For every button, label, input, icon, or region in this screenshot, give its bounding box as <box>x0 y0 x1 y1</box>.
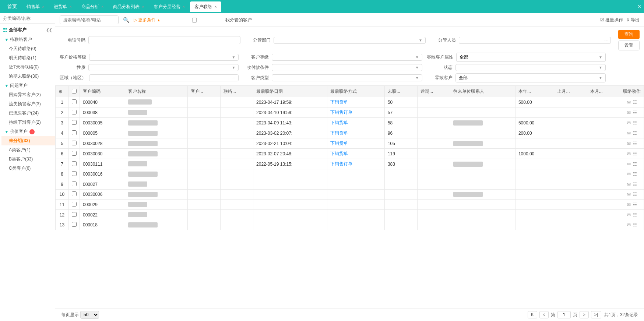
my-customers-check-input[interactable] <box>165 18 224 22</box>
row-checkbox[interactable] <box>72 110 77 114</box>
search-input[interactable] <box>60 15 119 24</box>
cell-check[interactable] <box>69 138 80 149</box>
cell-check[interactable] <box>69 97 80 107</box>
row-checkbox[interactable] <box>72 141 77 145</box>
select-nature[interactable]: ▼ <box>88 64 239 71</box>
prev-page-button[interactable]: < <box>539 311 549 318</box>
message-icon[interactable]: ✉ <box>627 192 631 197</box>
more-conditions-button[interactable]: ▷ 更多条件 ▲ <box>134 17 161 23</box>
message-icon[interactable]: ✉ <box>627 222 631 227</box>
sidebar-lost-customers[interactable]: 已流失客户(24) <box>1 109 55 118</box>
grid-action-icon[interactable]: ☷ <box>633 120 637 126</box>
th-check[interactable] <box>69 86 80 97</box>
cell-check[interactable] <box>69 210 80 220</box>
grid-action-icon[interactable]: ☷ <box>633 141 637 146</box>
export-button[interactable]: ⇩ 导出 <box>626 17 640 23</box>
row-checkbox[interactable] <box>72 161 77 166</box>
sidebar-group-a[interactable]: A类客户(1) <box>1 145 55 155</box>
message-icon[interactable]: ✉ <box>627 182 631 187</box>
nav-home[interactable]: 首页 <box>3 1 21 12</box>
select-all-checkbox[interactable] <box>72 89 77 94</box>
cell-check[interactable] <box>69 149 80 159</box>
sidebar-abnormal-repurchase[interactable]: 回购异常客户(2) <box>1 90 55 99</box>
select-manager[interactable]: ··· <box>459 37 611 44</box>
grid-action-icon[interactable]: ☷ <box>633 162 637 167</box>
row-checkbox[interactable] <box>72 181 77 186</box>
message-icon[interactable]: ✉ <box>627 110 631 115</box>
sidebar-ungroup[interactable]: 未分组(32) <box>1 136 55 145</box>
query-button[interactable]: 查询 <box>618 30 640 39</box>
grid-action-icon[interactable]: ☷ <box>633 131 637 136</box>
nav-tab-purchase[interactable]: 进货单 × <box>49 1 76 12</box>
cell-check[interactable] <box>69 107 80 118</box>
sidebar-problem-customers[interactable]: ▼ 问题客户 <box>0 81 55 90</box>
nav-tab-custsegment[interactable]: 客户分层经营 × <box>149 1 189 12</box>
contact-way-link[interactable]: 下销货单 <box>330 99 348 105</box>
select-region[interactable]: ··· <box>89 74 239 81</box>
select-cust-type[interactable]: ▼ <box>272 74 422 81</box>
select-price-level[interactable]: ▼ <box>89 54 239 61</box>
close-analysis-tab[interactable]: × <box>101 4 103 9</box>
row-checkbox[interactable] <box>72 202 77 207</box>
row-checkbox[interactable] <box>72 212 77 217</box>
sidebar-overdue-pending[interactable]: 逾期未联络(30) <box>1 72 55 81</box>
grid-action-icon[interactable]: ☷ <box>633 100 637 105</box>
contact-way-link[interactable]: 下销货单 <box>330 141 348 146</box>
select-cust-level[interactable]: ▼ <box>272 54 422 61</box>
sidebar-tomorrow-pending[interactable]: 明天待联络(1) <box>1 53 55 63</box>
last-page-button[interactable]: >| <box>591 311 601 318</box>
per-page-select[interactable]: 50 100 <box>80 311 99 319</box>
select-status[interactable]: ▼ <box>455 64 606 71</box>
sidebar-group-b[interactable]: B类客户(33) <box>1 155 55 164</box>
grid-action-icon[interactable]: ☷ <box>633 222 637 227</box>
row-checkbox[interactable] <box>72 151 77 156</box>
close-custcontact-tab[interactable]: × <box>214 4 217 9</box>
message-icon[interactable]: ✉ <box>627 151 631 156</box>
first-page-button[interactable]: K <box>528 311 537 318</box>
contact-way-link[interactable]: 下销货单 <box>330 130 348 135</box>
sidebar-pending-contact[interactable]: ▼ 待联络客户 <box>0 35 55 44</box>
sidebar-score-customers[interactable]: ▼ 价值客户 ! <box>0 127 55 136</box>
nav-tab-custcontact[interactable]: 客户联络 × <box>190 1 221 12</box>
select-retail-cust[interactable]: 全部 ▼ <box>455 73 606 82</box>
grid-action-icon[interactable]: ☷ <box>633 192 637 197</box>
sidebar-collapse-icon[interactable]: ❮❮ <box>46 28 52 32</box>
row-checkbox[interactable] <box>72 222 77 227</box>
row-checkbox[interactable] <box>72 99 77 104</box>
grid-action-icon[interactable]: ☷ <box>633 182 637 187</box>
search-button[interactable]: 🔍 <box>123 17 129 23</box>
grid-action-icon[interactable]: ☷ <box>633 172 637 177</box>
cell-check[interactable] <box>69 179 80 190</box>
page-number-input[interactable] <box>557 311 571 318</box>
batch-op-button[interactable]: ☑ 批量操作 <box>600 17 623 23</box>
select-payment[interactable]: ▼ <box>272 64 422 71</box>
my-customers-checkbox[interactable]: 我分管的客户 <box>165 17 252 23</box>
settings-icon[interactable]: ⚙ <box>59 89 63 94</box>
contact-way-link[interactable]: 下销售订单 <box>330 110 352 115</box>
select-retail-attr[interactable]: 全部 ▼ <box>456 53 606 62</box>
grid-action-icon[interactable]: ☷ <box>633 202 637 207</box>
sidebar-churn-warning[interactable]: 流失预警客户(3) <box>1 99 55 109</box>
grid-action-icon[interactable]: ☷ <box>633 110 637 115</box>
grid-action-icon[interactable]: ☷ <box>633 212 637 218</box>
close-analysislist-tab[interactable]: × <box>142 4 144 9</box>
contact-way-link[interactable]: 下销货单 <box>330 151 348 156</box>
sidebar-all-customers[interactable]: ☷ 全部客户 ❮❮ <box>0 25 55 35</box>
cell-check[interactable] <box>69 169 80 179</box>
sidebar-declining-customers[interactable]: 持续下滑客户(2) <box>1 118 55 127</box>
sidebar-7day-pending[interactable]: 近7天待联络(0) <box>1 63 55 72</box>
nav-tab-sale[interactable]: 销售单 × <box>22 1 49 12</box>
cell-check[interactable] <box>69 128 80 138</box>
select-dept[interactable]: ▼ <box>274 37 426 44</box>
input-phone[interactable] <box>88 36 240 44</box>
nav-tab-analysislist[interactable]: 商品分析列表 × <box>109 1 148 12</box>
message-icon[interactable]: ✉ <box>627 100 631 105</box>
row-checkbox[interactable] <box>72 171 77 176</box>
close-all-button[interactable]: × <box>638 3 641 10</box>
sidebar-search-input[interactable] <box>3 16 55 21</box>
next-page-button[interactable]: > <box>580 311 589 318</box>
contact-way-link[interactable]: 下销售订单 <box>330 161 352 166</box>
cell-check[interactable] <box>69 220 80 230</box>
reset-button[interactable]: 设置 <box>618 40 640 50</box>
message-icon[interactable]: ✉ <box>627 212 631 218</box>
